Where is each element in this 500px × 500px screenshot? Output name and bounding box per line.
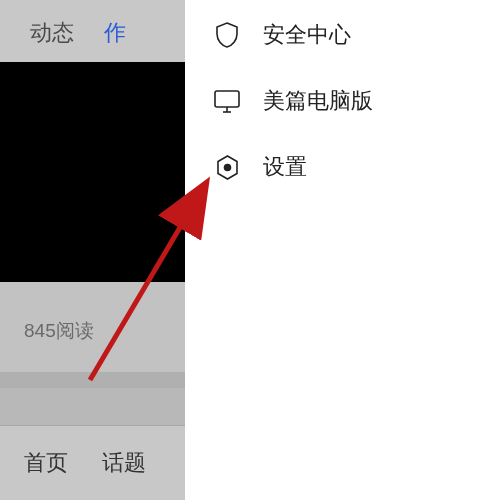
menu-item-settings[interactable]: 设置 bbox=[185, 134, 500, 200]
shield-icon bbox=[213, 21, 241, 49]
menu-label-security: 安全中心 bbox=[263, 20, 351, 50]
menu-item-security[interactable]: 安全中心 bbox=[185, 0, 500, 68]
menu-label-desktop: 美篇电脑版 bbox=[263, 86, 373, 116]
monitor-icon bbox=[213, 87, 241, 115]
bg-bottom-nav: 首页 话题 bbox=[0, 425, 185, 500]
bg-nav-topic[interactable]: 话题 bbox=[102, 448, 146, 478]
menu-label-settings: 设置 bbox=[263, 152, 307, 182]
bg-read-count: 845阅读 bbox=[24, 320, 94, 341]
settings-icon bbox=[213, 153, 241, 181]
menu-item-desktop[interactable]: 美篇电脑版 bbox=[185, 68, 500, 134]
bg-nav-home[interactable]: 首页 bbox=[24, 448, 68, 478]
bg-tab-row: 动态 作 bbox=[0, 0, 185, 62]
bg-tab-feed[interactable]: 动态 bbox=[30, 18, 74, 48]
bg-content-thumbnail bbox=[0, 62, 185, 282]
bg-tab-works[interactable]: 作 bbox=[104, 18, 126, 48]
bg-divider bbox=[0, 372, 185, 388]
side-drawer: 安全中心 美篇电脑版 设置 bbox=[185, 0, 500, 500]
svg-point-4 bbox=[224, 164, 230, 170]
svg-rect-0 bbox=[215, 91, 239, 107]
bg-read-count-area: 845阅读 bbox=[0, 282, 185, 372]
dimmed-background: 动态 作 845阅读 首页 话题 bbox=[0, 0, 185, 500]
